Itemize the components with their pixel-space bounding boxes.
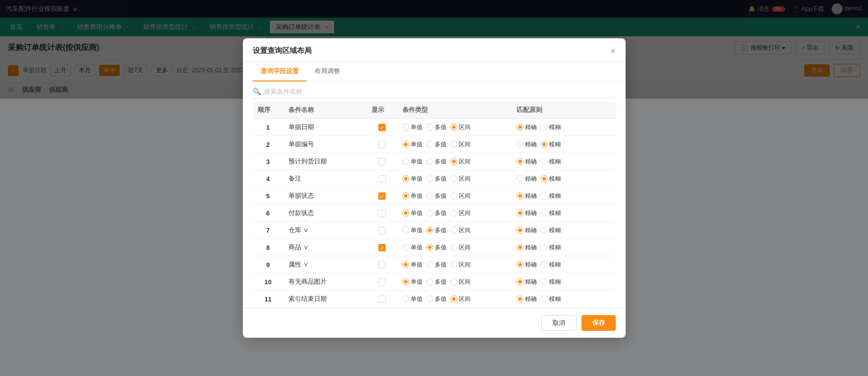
modal-tabs: 查询字段设置 布局调整: [243, 62, 626, 81]
tab-layout-adjust[interactable]: 布局调整: [307, 62, 348, 81]
modal-close-button[interactable]: ×: [610, 47, 616, 55]
settings-modal: 设置查询区域布局 × 查询字段设置 布局调整 🔍 顺序 条件名称 显示: [243, 38, 626, 99]
modal-header: 设置查询区域布局 ×: [243, 38, 626, 62]
condition-search-input[interactable]: [264, 88, 362, 95]
search-box: 🔍: [253, 87, 616, 99]
modal-overlay: 设置查询区域布局 × 查询字段设置 布局调整 🔍 顺序 条件名称 显示: [0, 0, 868, 99]
tab-query-field-settings[interactable]: 查询字段设置: [253, 62, 307, 81]
modal-search-area: 🔍: [243, 81, 626, 99]
search-icon: 🔍: [253, 87, 261, 95]
modal-title: 设置查询区域布局: [253, 46, 312, 55]
